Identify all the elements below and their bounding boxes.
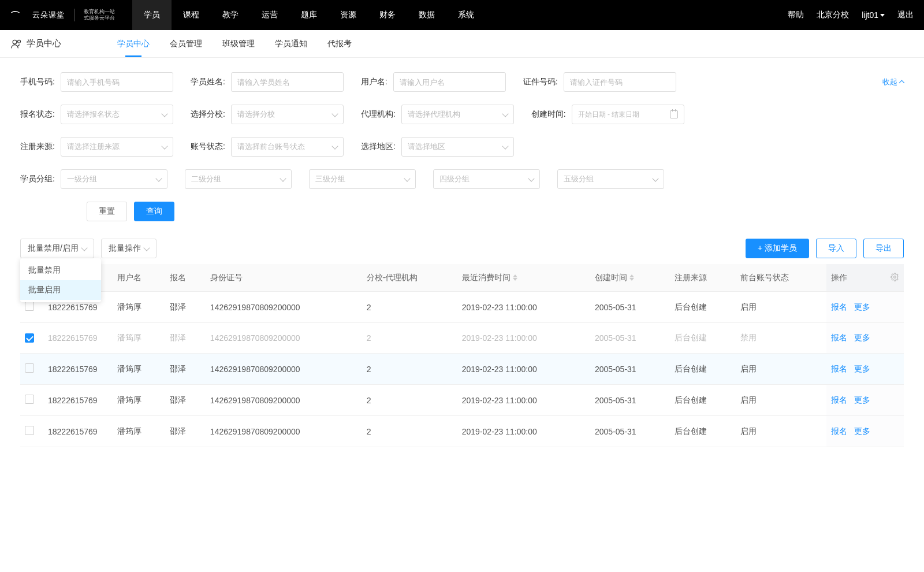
cell-username: 潘筠厚 [113, 292, 165, 323]
row-checkbox[interactable] [25, 333, 34, 343]
topnav-item-7[interactable]: 数据 [407, 0, 446, 30]
username-input[interactable] [393, 72, 506, 92]
add-student-button[interactable]: + 添加学员 [746, 239, 809, 258]
row-checkbox[interactable] [25, 426, 34, 435]
action-enroll[interactable]: 报名 [831, 333, 847, 342]
batch-disable-option[interactable]: 批量禁用 [20, 261, 101, 280]
chevron-down-icon [161, 110, 167, 117]
cell-branch: 2 [362, 292, 457, 323]
create-time-label: 创建时间: [531, 109, 566, 120]
group4-select[interactable]: 四级分组 [433, 169, 540, 189]
row-checkbox[interactable] [25, 395, 34, 404]
table-row: 18222615769潘筠厚邵泽142629198708092000002201… [20, 292, 904, 323]
topnav-item-2[interactable]: 教学 [211, 0, 250, 30]
topnav-item-4[interactable]: 题库 [289, 0, 329, 30]
branch-label: 选择分校: [191, 109, 225, 120]
idno-input[interactable] [564, 72, 676, 92]
branch-link[interactable]: 北京分校 [817, 10, 849, 20]
cell-enroll: 邵泽 [165, 385, 205, 416]
col-username: 用户名 [113, 264, 165, 292]
group2-select[interactable]: 二级分组 [185, 169, 292, 189]
caret-down-icon [880, 14, 885, 17]
regsrc-select[interactable]: 请选择注册来源 [61, 137, 173, 157]
cell-src: 后台创建 [670, 354, 736, 385]
row-checkbox[interactable] [25, 363, 34, 373]
cell-last: 2019-02-23 11:00:00 [457, 323, 590, 354]
region-select[interactable]: 请选择地区 [401, 137, 514, 157]
action-more[interactable]: 更多 [854, 426, 870, 436]
chevron-down-icon [528, 175, 534, 181]
action-enroll[interactable]: 报名 [831, 395, 847, 404]
student-icon [10, 38, 22, 50]
cell-phone: 18222615769 [43, 354, 113, 385]
col-enroll: 报名 [165, 264, 205, 292]
chevron-up-icon [899, 80, 905, 86]
filters: 手机号码: 学员姓名: 用户名: 证件号码: 收起 报名状态:请选择报名状态 选… [0, 58, 924, 227]
topnav-item-1[interactable]: 课程 [172, 0, 211, 30]
name-input[interactable] [231, 72, 344, 92]
topnav-item-8[interactable]: 系统 [446, 0, 486, 30]
cell-src: 后台创建 [670, 385, 736, 416]
action-more[interactable]: 更多 [854, 333, 870, 342]
help-link[interactable]: 帮助 [788, 10, 804, 20]
branch-select[interactable]: 请选择分校 [231, 105, 344, 124]
col-ops: 操作 [826, 264, 886, 292]
create-time-range[interactable]: 开始日期 - 结束日期 [572, 105, 684, 124]
import-button[interactable]: 导入 [816, 239, 856, 258]
col-last-consume[interactable]: 最近消费时间 [457, 264, 590, 292]
search-button[interactable]: 查询 [134, 202, 174, 221]
cell-branch: 2 [362, 354, 457, 385]
chevron-down-icon [331, 110, 338, 117]
cell-idno: 14262919870809200000 [206, 385, 362, 416]
action-enroll[interactable]: 报名 [831, 364, 847, 373]
col-create-time[interactable]: 创建时间 [590, 264, 670, 292]
cell-branch: 2 [362, 416, 457, 447]
topnav-item-5[interactable]: 资源 [329, 0, 368, 30]
logo-text: 云朵课堂 [32, 10, 65, 20]
acct-status-select[interactable]: 请选择前台账号状态 [231, 137, 344, 157]
subnav-tab-1[interactable]: 会员管理 [170, 30, 202, 57]
reset-button[interactable]: 重置 [87, 202, 127, 221]
gear-icon[interactable] [891, 273, 899, 281]
subnav-tab-4[interactable]: 代报考 [327, 30, 352, 57]
cell-username: 潘筠厚 [113, 416, 165, 447]
phone-input[interactable] [61, 72, 173, 92]
cell-src: 后台创建 [670, 292, 736, 323]
sort-icon [513, 274, 517, 281]
action-more[interactable]: 更多 [854, 395, 870, 404]
toolbar: 批量禁用/启用 批量操作 批量禁用 批量启用 + 添加学员 导入 导出 [0, 227, 924, 264]
action-more[interactable]: 更多 [854, 364, 870, 373]
region-label: 选择地区: [361, 142, 396, 152]
group3-select[interactable]: 三级分组 [309, 169, 416, 189]
cell-username: 潘筠厚 [113, 385, 165, 416]
cell-create: 2005-05-31 [590, 323, 670, 354]
batch-toggle-dropdown[interactable]: 批量禁用/启用 [20, 239, 94, 258]
batch-dropdown-menu: 批量禁用 批量启用 [20, 258, 101, 302]
topnav-item-0[interactable]: 学员 [132, 0, 172, 30]
user-menu[interactable]: lijt01 [862, 10, 885, 20]
cell-idno: 14262919870809200000 [206, 416, 362, 447]
topnav-item-3[interactable]: 运营 [250, 0, 289, 30]
subnav-tab-2[interactable]: 班级管理 [222, 30, 255, 57]
logout-link[interactable]: 退出 [897, 10, 914, 20]
topnav-item-6[interactable]: 财务 [368, 0, 407, 30]
acct-status-label: 账号状态: [191, 142, 225, 152]
batch-enable-option[interactable]: 批量启用 [20, 280, 101, 300]
row-checkbox[interactable] [25, 302, 34, 311]
group5-select[interactable]: 五级分组 [557, 169, 664, 189]
action-enroll[interactable]: 报名 [831, 302, 847, 311]
table-row: 18222615769潘筠厚邵泽142629198708092000002201… [20, 323, 904, 354]
subnav-tab-3[interactable]: 学员通知 [275, 30, 307, 57]
chevron-down-icon [652, 175, 658, 181]
col-branch: 分校-代理机构 [362, 264, 457, 292]
subnav-tab-0[interactable]: 学员中心 [117, 30, 150, 57]
action-enroll[interactable]: 报名 [831, 426, 847, 436]
enroll-status-select[interactable]: 请选择报名状态 [61, 105, 173, 124]
action-more[interactable]: 更多 [854, 302, 870, 311]
group1-select[interactable]: 一级分组 [61, 169, 167, 189]
export-button[interactable]: 导出 [863, 239, 904, 258]
collapse-toggle[interactable]: 收起 [882, 77, 904, 87]
batch-ops-dropdown[interactable]: 批量操作 [101, 239, 157, 258]
col-regsrc: 注册来源 [670, 264, 736, 292]
agent-select[interactable]: 请选择代理机构 [401, 105, 514, 124]
